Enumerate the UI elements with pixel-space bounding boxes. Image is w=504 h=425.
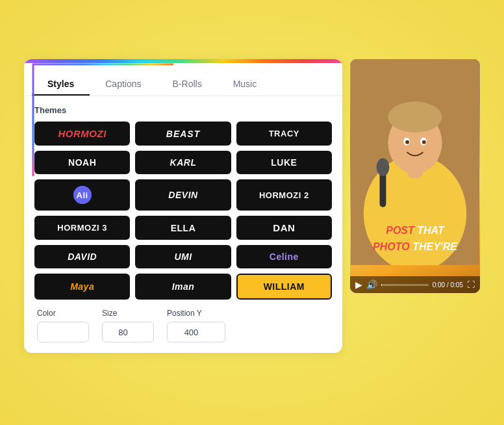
progress-fill (381, 284, 382, 286)
theme-button-iman[interactable]: Iman (135, 274, 231, 300)
subtitle-overlay: POST THAT PHOTO THEY'RE (350, 224, 480, 254)
size-input[interactable] (102, 322, 154, 342)
video-controls-bar: ▶ 🔊 0:00 / 0:05 ⛶ (350, 276, 480, 293)
volume-button[interactable]: 🔊 (366, 280, 377, 289)
time-display: 0:00 / 0:05 (433, 281, 463, 289)
theme-button-beast[interactable]: BEAST (135, 122, 231, 146)
subtitle-line1: POST THAT (355, 224, 475, 238)
size-control: Size (102, 309, 154, 342)
theme-button-karl[interactable]: KARL (135, 151, 231, 174)
ali-circle-badge: Ali (73, 186, 92, 204)
color-swatch[interactable] (37, 322, 89, 342)
theme-button-luke[interactable]: LUKE (236, 151, 332, 174)
tab-music[interactable]: Music (218, 73, 273, 96)
theme-button-william[interactable]: William (236, 274, 332, 300)
svg-point-6 (388, 101, 442, 133)
position-y-label: Position Y (167, 309, 225, 318)
theme-button-dan[interactable]: DAN (236, 216, 332, 240)
styles-panel: Styles Captions B-Rolls Music Themes HOR… (24, 59, 342, 353)
play-button[interactable]: ▶ (355, 280, 362, 289)
color-label: Color (37, 309, 89, 318)
subtitle-word-photo: PHOTO (373, 241, 410, 252)
theme-button-ali[interactable]: Ali (34, 179, 130, 211)
themes-label: Themes (34, 105, 332, 115)
theme-button-ella[interactable]: ELLA (135, 216, 231, 240)
theme-button-hormozi3[interactable]: HORMOZI 3 (34, 216, 130, 240)
rainbow-border (24, 59, 342, 63)
bottom-controls: Color Size Position Y (34, 309, 332, 342)
theme-button-hormozi[interactable]: HORMOZI (34, 122, 130, 146)
size-label: Size (102, 309, 154, 318)
video-panel: POST THAT PHOTO THEY'RE ▶ 🔊 0:00 / 0:05 … (350, 59, 480, 293)
app-container: Styles Captions B-Rolls Music Themes HOR… (24, 59, 480, 353)
subtitle-word-post: POST (386, 225, 414, 236)
theme-button-hormozi2[interactable]: HORMOZI 2 (236, 179, 332, 211)
position-y-input[interactable] (167, 322, 225, 342)
theme-button-david[interactable]: DAVID (34, 245, 130, 268)
svg-point-12 (422, 140, 426, 144)
theme-button-devin[interactable]: DEVIN (135, 179, 231, 211)
theme-button-umi[interactable]: UMI (135, 245, 231, 268)
position-y-control: Position Y (167, 309, 225, 342)
fullscreen-button[interactable]: ⛶ (467, 280, 475, 289)
subtitle-word-that: THAT (417, 225, 444, 236)
svg-point-11 (405, 140, 409, 144)
tab-captions[interactable]: Captions (90, 73, 157, 96)
subtitle-line2: PHOTO THEY'RE (355, 240, 475, 254)
progress-bar[interactable] (381, 284, 429, 286)
panel-content: Themes HORMOZI BEAST TRACY NOAH KARL LUK… (24, 96, 342, 353)
tabs-bar: Styles Captions B-Rolls Music (24, 66, 342, 96)
tab-brolls[interactable]: B-Rolls (157, 73, 218, 96)
color-control: Color (37, 309, 89, 342)
tab-styles[interactable]: Styles (32, 73, 90, 96)
themes-grid: HORMOZI BEAST TRACY NOAH KARL LUKE Ali D… (34, 122, 332, 300)
subtitle-word-theyre: THEY'RE (412, 241, 457, 252)
theme-button-noah[interactable]: NOAH (34, 151, 130, 174)
theme-button-tracy[interactable]: TRACY (236, 122, 332, 146)
svg-point-8 (377, 158, 390, 176)
theme-button-celine[interactable]: Celine (236, 245, 332, 268)
theme-button-maya[interactable]: Maya (34, 274, 130, 300)
